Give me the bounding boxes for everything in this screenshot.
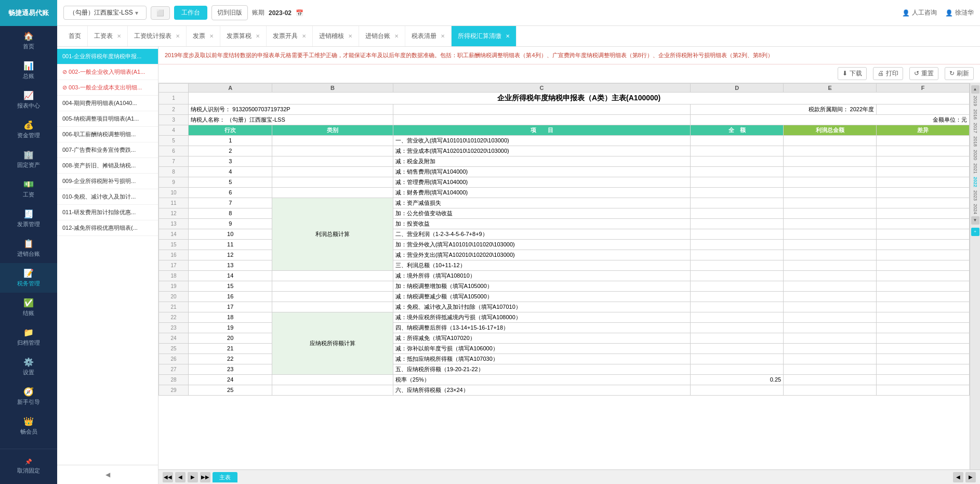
close-icon[interactable]: ✕: [302, 33, 306, 39]
category-cell: [272, 146, 393, 156]
tab-invoice[interactable]: 发票 ✕: [187, 26, 220, 47]
assets-icon: 🏢: [23, 150, 34, 160]
year-2021[interactable]: 2021: [973, 162, 978, 175]
sheet-nav-next-button[interactable]: ▶: [188, 472, 198, 482]
year-2020[interactable]: 2020: [973, 149, 978, 161]
tab-tax-list[interactable]: 税表清册 ✕: [405, 26, 452, 47]
left-item-012[interactable]: 012-减免所得税优惠明细表(...: [57, 220, 158, 236]
tab-payroll[interactable]: 工资表 ✕: [88, 26, 128, 47]
close-icon[interactable]: ✕: [256, 33, 260, 39]
collapse-button[interactable]: ◀: [102, 469, 113, 480]
period-label: 账期: [252, 8, 264, 17]
line-num: 13: [189, 260, 272, 270]
left-item-002[interactable]: ⊘ 002-一般企业收入明细表(A1...: [57, 64, 158, 80]
sidebar-item-member[interactable]: 👑 畅会员: [0, 411, 57, 441]
sheet-nav-left-button[interactable]: ◀◀: [163, 472, 173, 482]
tab-sales-ledger[interactable]: 进销台账 ✕: [359, 26, 405, 47]
left-item-006[interactable]: 006-职工薪酬纳税调整明细...: [57, 127, 158, 142]
sheet-nav-prev-button[interactable]: ◀: [175, 472, 186, 482]
diff-cell: [877, 208, 970, 218]
sidebar-item-close[interactable]: ✅ 结账: [0, 293, 57, 322]
left-item-008[interactable]: 008-资产折旧、摊销及纳税...: [57, 158, 158, 174]
sidebar-item-payroll[interactable]: 💵 工资: [0, 174, 57, 204]
user-menu[interactable]: 👤 徐涟华: [945, 8, 974, 17]
close-icon[interactable]: ✕: [506, 33, 510, 39]
left-item-011[interactable]: 011-研发费用加计扣除优惠...: [57, 205, 158, 220]
year-2017[interactable]: 2017: [973, 122, 978, 134]
tab-invoice-tax[interactable]: 发票算税 ✕: [220, 26, 267, 47]
tab-tax-calc[interactable]: 所得税汇算清缴 ✕: [452, 26, 517, 47]
left-item-003[interactable]: ⊘ 003-一般企业成本支出明细...: [57, 80, 158, 96]
col-header-line: 行次: [189, 125, 272, 135]
item-cell: 减：营业成本(填写A102010\102020\103000): [393, 146, 690, 156]
sheet-main[interactable]: A B C D E F 1 企业所: [158, 83, 970, 470]
scroll-up-button[interactable]: ▲: [971, 85, 979, 94]
sidebar-item-home[interactable]: 🏠 首页: [0, 26, 57, 56]
sidebar-item-invoice[interactable]: 🧾 发票管理: [0, 204, 57, 233]
refresh-button[interactable]: ↻ 刷新: [945, 67, 974, 80]
sidebar-item-settings[interactable]: ⚙️ 设置: [0, 352, 57, 382]
row-number: 20: [159, 291, 189, 302]
invoice-icon: 🧾: [23, 209, 34, 219]
tab-invoice-open[interactable]: 发票开具 ✕: [267, 26, 313, 47]
year-2023[interactable]: 2023: [973, 189, 978, 202]
sidebar-item-sales[interactable]: 📋 进销台账: [0, 233, 57, 263]
pin-button[interactable]: 📌 取消固定: [0, 454, 57, 479]
year-2016[interactable]: 2016: [973, 108, 978, 121]
profit-cell: [784, 302, 877, 312]
print-button[interactable]: 🖨 打印: [873, 67, 903, 80]
amount-cell: [691, 281, 784, 291]
tab-home[interactable]: 首页: [62, 26, 88, 47]
download-button[interactable]: ⬇ 下载: [838, 67, 867, 80]
company-selector[interactable]: （勾册）江西服宝-LSS ▾: [63, 6, 147, 20]
sidebar-item-guide[interactable]: 🧭 新手引导: [0, 382, 57, 411]
left-item-001[interactable]: 001-企业所得税年度纳税申报...: [57, 49, 158, 64]
calendar-icon[interactable]: 📅: [296, 9, 303, 17]
tab-payroll-report[interactable]: 工资统计报表 ✕: [128, 26, 187, 47]
row-number: 10: [159, 187, 189, 198]
close-icon[interactable]: ✕: [348, 33, 352, 39]
close-icon[interactable]: ✕: [394, 33, 399, 39]
sheet-tab-main[interactable]: 主表: [213, 472, 237, 482]
sidebar-item-ledger[interactable]: 📊 总账: [0, 56, 57, 85]
tab-sales-check[interactable]: 进销稽核 ✕: [313, 26, 359, 47]
scroll-left-button[interactable]: ◀: [953, 472, 963, 482]
reset-button[interactable]: ↺ 重置: [909, 67, 938, 80]
profit-cell: [784, 135, 877, 146]
amount-cell: [691, 198, 784, 208]
sidebar-item-label: 归档管理: [17, 339, 40, 347]
line-num: 7: [189, 198, 272, 208]
row-number: 22: [159, 312, 189, 322]
sidebar-item-report[interactable]: 📈 报表中心: [0, 85, 57, 115]
close-icon[interactable]: ✕: [117, 33, 121, 39]
diff-cell: [877, 312, 970, 322]
sheet-nav-right-button[interactable]: ▶▶: [200, 472, 210, 482]
year-2018[interactable]: 2018: [973, 135, 978, 148]
left-item-010[interactable]: 010-免税、减计收入及加计...: [57, 189, 158, 205]
switch-button[interactable]: 切到旧版: [211, 5, 248, 20]
consult-button[interactable]: 👤 人工咨询: [902, 8, 937, 17]
left-item-009[interactable]: 009-企业所得税附补亏损明...: [57, 174, 158, 189]
left-item-007[interactable]: 007-广告费和业务宣传费跌...: [57, 142, 158, 158]
close-icon[interactable]: ✕: [209, 33, 214, 39]
left-item-005[interactable]: 005-纳税调整项目明细表(A1...: [57, 111, 158, 127]
scroll-down-button[interactable]: ▼: [971, 216, 979, 225]
sidebar-item-assets[interactable]: 🏢 固定资产: [0, 145, 57, 174]
add-year-button[interactable]: +: [971, 228, 979, 236]
item-cell: 减：抵扣应纳税所得额（填写A107030）: [393, 354, 690, 364]
row-number: 28: [159, 374, 189, 385]
year-2024[interactable]: 2024: [973, 203, 978, 215]
close-icon[interactable]: ✕: [441, 33, 445, 39]
year-2019[interactable]: 2019: [973, 95, 978, 107]
copy-button[interactable]: ⬜: [151, 6, 170, 20]
sidebar-item-archive[interactable]: 📁 归档管理: [0, 322, 57, 352]
left-item-004[interactable]: 004-期间费用明细表(A1040...: [57, 96, 158, 111]
row-number: 11: [159, 198, 189, 208]
item-cell: 税率（25%）: [393, 374, 690, 385]
workbench-button[interactable]: 工作台: [174, 6, 207, 20]
close-icon[interactable]: ✕: [176, 33, 180, 39]
sidebar-item-fund[interactable]: 💰 资金管理: [0, 115, 57, 145]
year-2022[interactable]: 2022: [973, 176, 978, 188]
sidebar-item-tax[interactable]: 📝 税务管理: [0, 263, 57, 293]
scroll-right-button[interactable]: ▶: [965, 472, 976, 482]
